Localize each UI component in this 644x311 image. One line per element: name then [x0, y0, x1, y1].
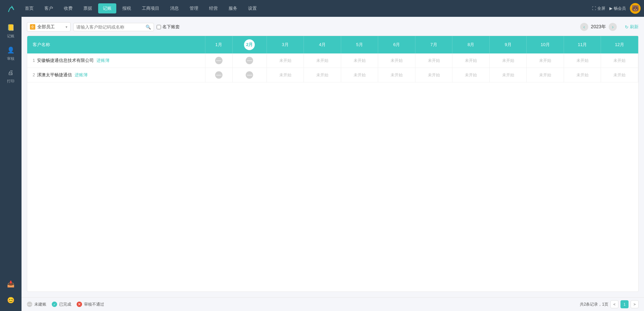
cell-m12: 未开始 [601, 53, 638, 68]
row-num: 2 [33, 72, 35, 77]
nav-item-记账[interactable]: 记账 [98, 3, 116, 13]
status-not-started: 未开始 [391, 58, 403, 63]
nav-item-管理[interactable]: 管理 [185, 3, 203, 13]
employee-select[interactable]: 全 全部员工 ▾ [27, 22, 71, 32]
status-not-started: 未开始 [576, 58, 589, 63]
status-not-started: 未开始 [279, 58, 291, 63]
cell-m5: 未开始 [341, 68, 378, 82]
table-row: 1安徽畅捷通信息技术有限公司进账簿——未开始未开始未开始未开始未开始未开始未开始… [27, 53, 638, 68]
status-not-started: 未开始 [502, 58, 514, 63]
chevron-down-icon: ▾ [66, 25, 68, 29]
col-header-m11: 11月 [564, 36, 601, 53]
sidebar-item-打印[interactable]: 🖨打印 [1, 65, 20, 86]
sidebar-bottom: 📥😊 [1, 277, 20, 308]
prev-year-button[interactable]: ‹ [580, 23, 588, 31]
status-not-started: 未开始 [465, 73, 477, 77]
nav-items: 首页客户收费票据记账报税工商项目消息管理经营服务设置 [20, 3, 592, 13]
nav-item-报税[interactable]: 报税 [118, 3, 136, 13]
page-info: 共2条记录，1页 [580, 302, 608, 307]
col-header-m3: 3月 [267, 36, 304, 53]
status-not-started: 未开始 [613, 58, 626, 63]
year-nav: ‹ 2023年 › [580, 23, 617, 31]
row-num: 1 [33, 58, 35, 63]
fullscreen-icon: ⛶ [592, 6, 596, 11]
pagination: 共2条记录，1页 < 1 > [580, 300, 639, 308]
status-not-started: 未开始 [391, 73, 403, 77]
sidebar-icon-审核: 👤 [6, 45, 15, 55]
data-table: 客户名称1月2月3月4月5月6月7月8月9月10月11月12月 1安徽畅捷通信息… [27, 36, 638, 82]
nav-item-服务[interactable]: 服务 [224, 3, 242, 13]
row-name-cell: 2漯澳太平畅捷通信进账簿 [27, 68, 205, 82]
top-nav: 首页客户收费票据记账报税工商项目消息管理经营服务设置 ⛶ 全屏 ▶ 畅会员 🐻 [0, 0, 644, 17]
row-name-cell: 1安徽畅捷通信息技术有限公司进账簿 [27, 53, 205, 68]
cell-m11: 未开始 [564, 53, 601, 68]
company-name: 安徽畅捷通信息技术有限公司 [37, 58, 94, 63]
cell-m12: 未开始 [601, 68, 638, 82]
cell-m1: — [205, 53, 232, 68]
refresh-button[interactable]: ↻ 刷新 [625, 24, 639, 30]
table-row: 2漯澳太平畅捷通信进账簿——未开始未开始未开始未开始未开始未开始未开始未开始未开… [27, 68, 638, 82]
toolbar: 全 全部员工 ▾ 🔍 名下账套 ‹ 2023年 › [27, 22, 639, 32]
next-page-button[interactable]: > [631, 300, 639, 308]
col-header-m1: 1月 [205, 36, 232, 53]
status-not-started: 未开始 [613, 73, 626, 77]
nav-item-消息[interactable]: 消息 [165, 3, 184, 13]
search-wrap: 🔍 [73, 23, 154, 31]
rejected-icon: ✕ [77, 302, 82, 307]
enter-account-link[interactable]: 进账簿 [96, 58, 110, 63]
prev-page-button[interactable]: < [610, 300, 618, 308]
col-header-m7: 7月 [415, 36, 452, 53]
sidebar-bottom-item-1[interactable]: 😊 [1, 293, 20, 308]
content-area: 全 全部员工 ▾ 🔍 名下账套 ‹ 2023年 › [22, 17, 644, 311]
nav-item-收费[interactable]: 收费 [59, 3, 77, 13]
status-not-started: 未开始 [539, 58, 551, 63]
legend-not-started: — 未建账 [27, 302, 46, 307]
col-header-m10: 10月 [527, 36, 564, 53]
nav-item-经营[interactable]: 经营 [204, 3, 223, 13]
enter-account-link[interactable]: 进账簿 [75, 72, 88, 77]
sidebar-item-记账[interactable]: 📒记账 [1, 20, 20, 41]
not-started-icon: — [27, 302, 32, 307]
avatar[interactable]: 🐻 [630, 3, 641, 14]
nav-item-工商项目[interactable]: 工商项目 [137, 3, 164, 13]
nav-item-设置[interactable]: 设置 [243, 3, 261, 13]
nav-item-票据[interactable]: 票据 [79, 3, 97, 13]
my-accounts-checkbox[interactable] [157, 25, 161, 29]
sidebar-item-审核[interactable]: 👤审核 [1, 43, 20, 64]
status-not-started: 未开始 [539, 73, 551, 77]
sidebar-icon-记账: 📒 [6, 23, 15, 32]
fullscreen-button[interactable]: ⛶ 全屏 [592, 6, 605, 11]
sidebar-bottom-item-0[interactable]: 📥 [1, 277, 20, 291]
status-not-started: 未开始 [502, 73, 514, 77]
status-minus-icon: — [246, 57, 253, 64]
status-minus-icon: — [215, 71, 223, 79]
cell-m8: 未开始 [452, 53, 490, 68]
cell-m7: 未开始 [415, 68, 452, 82]
cell-m10: 未开始 [527, 53, 564, 68]
refresh-label: 刷新 [630, 24, 639, 30]
member-icon: ▶ [609, 6, 612, 11]
company-name: 漯澳太平畅捷通信 [37, 72, 72, 77]
cell-m4: 未开始 [304, 53, 341, 68]
checkbox-wrap[interactable]: 名下账套 [157, 24, 180, 30]
member-button[interactable]: ▶ 畅会员 [609, 6, 626, 11]
sidebar-bottom-icon-1: 😊 [6, 296, 15, 305]
cell-m3: 未开始 [267, 68, 304, 82]
nav-item-首页[interactable]: 首页 [20, 3, 38, 13]
employee-icon: 全 [30, 24, 35, 30]
status-not-started: 未开始 [576, 73, 589, 77]
current-page-button[interactable]: 1 [620, 300, 629, 308]
search-input[interactable] [76, 25, 144, 30]
legend-not-started-label: 未建账 [34, 302, 46, 307]
year-label: 2023年 [591, 24, 606, 30]
search-icon[interactable]: 🔍 [146, 25, 151, 30]
table-body: 1安徽畅捷通信息技术有限公司进账簿——未开始未开始未开始未开始未开始未开始未开始… [27, 53, 638, 82]
next-year-button[interactable]: › [609, 23, 617, 31]
page-footer: — 未建账 ✓ 已完成 ✕ 审核不通过 共2条记录，1页 < 1 > [22, 297, 644, 311]
col-header-m8: 8月 [452, 36, 490, 53]
cell-m2: — [232, 53, 267, 68]
status-not-started: 未开始 [428, 58, 440, 63]
checkbox-label: 名下账套 [162, 24, 180, 30]
cell-m10: 未开始 [527, 68, 564, 82]
nav-item-客户[interactable]: 客户 [40, 3, 58, 13]
